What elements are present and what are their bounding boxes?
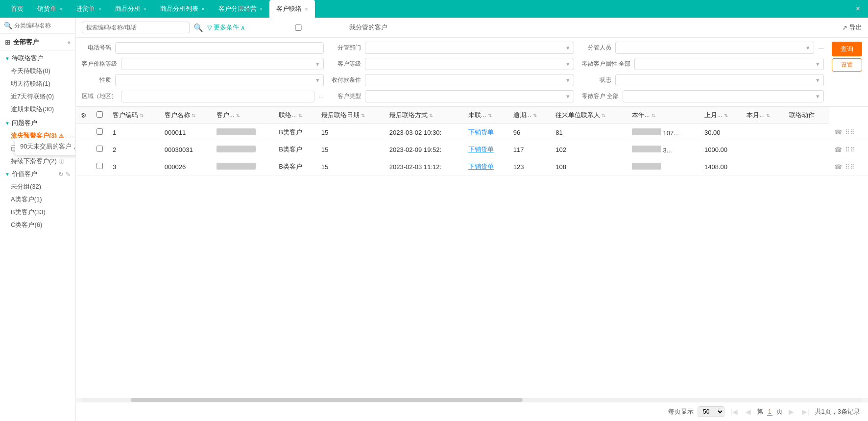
- filter-customer-level-select[interactable]: ▾: [365, 58, 574, 70]
- my-customers-toggle[interactable]: 我分管的客户: [249, 23, 387, 32]
- search-button[interactable]: 🔍: [193, 23, 203, 32]
- col-overdue-sort[interactable]: ⇅: [533, 113, 537, 118]
- more-conditions-toggle[interactable]: ▽ 更多条件 ∧: [207, 23, 245, 32]
- row-action-menu-0[interactable]: ⠿⠿: [845, 128, 855, 136]
- sidebar-group-problem[interactable]: ▼ 问题客户: [0, 116, 75, 129]
- filter-manager-select[interactable]: ▾: [615, 42, 815, 54]
- sidebar-item-class-c[interactable]: C类客户(6): [0, 219, 75, 231]
- sidebar-search-input[interactable]: [14, 22, 72, 29]
- sidebar-group-value[interactable]: ▼ 价值客户 ↻ ✎: [0, 168, 75, 180]
- tab-product-analysis[interactable]: 商品分析 ×: [108, 0, 153, 18]
- tab-sales-close[interactable]: ×: [59, 6, 62, 12]
- tab-product-analysis-close[interactable]: ×: [144, 6, 146, 12]
- export-button[interactable]: ↗ 导出: [842, 23, 862, 32]
- edit-icon[interactable]: ✎: [65, 171, 71, 178]
- row-last-method-1[interactable]: 下销货单: [463, 141, 508, 158]
- row-checkbox-2[interactable]: [92, 158, 108, 175]
- table-header-row: ⚙ 客户编码⇅ 客户名称⇅ 客户...⇅ 联络...⇅ 最后联络日期⇅ 最后联络…: [76, 107, 868, 124]
- col-contact-person-sort[interactable]: ⇅: [602, 113, 605, 118]
- filter-payment-select[interactable]: ▾: [365, 74, 574, 86]
- tab-customer-contact-close[interactable]: ×: [305, 6, 308, 12]
- filter-price-level-select[interactable]: ▾: [121, 58, 324, 70]
- manager-more-btn[interactable]: ···: [818, 44, 824, 52]
- col-last-contact-date-sort[interactable]: ⇅: [361, 113, 365, 118]
- query-button[interactable]: 查询: [832, 42, 862, 56]
- filter-nature-select[interactable]: ▾: [115, 74, 324, 86]
- tab-customer-tier-close[interactable]: ×: [260, 6, 263, 12]
- row-action-contact-1[interactable]: ☎: [834, 146, 842, 153]
- sidebar-item-unclassified[interactable]: 未分组(32): [0, 180, 75, 193]
- prev-page-btn[interactable]: ◀: [744, 408, 753, 416]
- row-action-contact-0[interactable]: ☎: [834, 128, 842, 136]
- tab-sales-order[interactable]: 销货单 ×: [30, 0, 69, 18]
- my-customers-checkbox[interactable]: [249, 25, 347, 31]
- last-page-btn[interactable]: ▶|: [800, 408, 811, 416]
- tab-customer-tier-label: 客户分层经营: [218, 4, 257, 13]
- sidebar-item-tomorrow[interactable]: 明天待联络(1): [0, 77, 75, 90]
- row-action-1: ☎ ⠿⠿: [829, 141, 868, 158]
- row-checkbox-1[interactable]: [92, 141, 108, 158]
- row-checkbox-input-2[interactable]: [96, 163, 103, 169]
- filter-retail-attr-select[interactable]: ▾: [634, 58, 824, 70]
- sidebar-item-declining[interactable]: 持续下滑客户(2) ⓘ: [0, 155, 75, 168]
- row-last-method-link-2[interactable]: 下销货单: [468, 163, 494, 170]
- col-name-sort[interactable]: ⇅: [192, 113, 195, 118]
- col-code-sort[interactable]: ⇅: [140, 113, 144, 118]
- col-last-month-sort[interactable]: ⇅: [724, 113, 728, 118]
- first-page-btn[interactable]: |◀: [728, 408, 740, 416]
- tab-home[interactable]: 首页: [4, 0, 30, 18]
- col-annual-sort[interactable]: ⇅: [651, 113, 655, 118]
- horizontal-scrollbar[interactable]: [82, 398, 862, 402]
- col-contact-count-sort[interactable]: ⇅: [298, 113, 302, 118]
- filter-status-select[interactable]: ▾: [615, 74, 824, 86]
- region-more-btn[interactable]: ···: [318, 93, 324, 100]
- tab-purchase[interactable]: 进货单 ×: [69, 0, 108, 18]
- filter-phone-input[interactable]: [115, 42, 324, 54]
- tab-product-list[interactable]: 商品分析列表 ×: [153, 0, 211, 18]
- sidebar-item-class-b[interactable]: B类客户(33): [0, 206, 75, 219]
- row-last-method-0[interactable]: 下销货单: [463, 124, 508, 141]
- refresh-icon[interactable]: ↻: [58, 171, 64, 178]
- tab-customer-contact[interactable]: 客户联络 ×: [269, 0, 314, 18]
- sidebar-group-pending[interactable]: ▼ 待联络客户: [0, 51, 75, 65]
- tab-sales-label: 销货单: [37, 4, 56, 13]
- row-checkbox-input-1[interactable]: [96, 146, 103, 152]
- sidebar-collapse-icon[interactable]: «: [68, 39, 71, 45]
- col-settings[interactable]: ⚙: [76, 107, 92, 124]
- sidebar-item-today[interactable]: 今天待联络(0): [0, 65, 75, 77]
- col-type-sort[interactable]: ⇅: [236, 113, 240, 118]
- sidebar-item-class-a[interactable]: A类客户(1): [0, 193, 75, 206]
- search-input[interactable]: [82, 22, 190, 33]
- col-checkbox[interactable]: [92, 107, 108, 124]
- tab-home-label: 首页: [11, 4, 24, 13]
- per-page-select[interactable]: 50 100 200: [698, 406, 724, 417]
- row-checkbox-input-0[interactable]: [96, 128, 103, 135]
- scrollbar-thumb[interactable]: [131, 398, 523, 402]
- tab-customer-tier[interactable]: 客户分层经营 ×: [212, 0, 269, 18]
- select-all-checkbox[interactable]: [96, 111, 103, 118]
- row-last-method-link-0[interactable]: 下销货单: [468, 128, 494, 136]
- col-current-month-sort[interactable]: ⇅: [766, 113, 770, 118]
- filter-retail-customer-select[interactable]: ▾: [623, 90, 824, 102]
- tab-purchase-close[interactable]: ×: [98, 6, 101, 12]
- next-page-btn[interactable]: ▶: [787, 408, 796, 416]
- row-action-menu-2[interactable]: ⠿⠿: [845, 163, 855, 171]
- sidebar-item-overdue[interactable]: 逾期未联络(30): [0, 103, 75, 116]
- row-last-method-2[interactable]: 下销货单: [463, 158, 508, 175]
- filter-customer-type-select[interactable]: ▾: [365, 90, 574, 102]
- sidebar-item-7days[interactable]: 近7天待联络(0): [0, 90, 75, 103]
- col-last-contact-method-sort[interactable]: ⇅: [429, 113, 433, 118]
- row-action-menu-1[interactable]: ⠿⠿: [845, 146, 855, 153]
- sidebar: 🔍 ⊞ 全部客户 « ▼ 待联络客户 今天待联络(0) 明天待联络(1) 近7天…: [0, 18, 76, 421]
- filter-region-input[interactable]: [121, 91, 314, 102]
- col-uncontacted-sort[interactable]: ⇅: [488, 113, 492, 118]
- tab-product-list-close[interactable]: ×: [201, 6, 204, 12]
- row-action-contact-2[interactable]: ☎: [834, 163, 842, 171]
- row-last-method-link-1[interactable]: 下销货单: [468, 146, 494, 153]
- window-close-btn[interactable]: ×: [852, 4, 864, 13]
- row-checkbox-0[interactable]: [92, 124, 108, 141]
- sidebar-all-customers[interactable]: ⊞ 全部客户 «: [0, 34, 75, 51]
- col-current-month: 本月...⇅: [742, 107, 784, 124]
- settings-button[interactable]: 设置: [832, 58, 862, 72]
- filter-department-select[interactable]: ▾: [365, 42, 574, 54]
